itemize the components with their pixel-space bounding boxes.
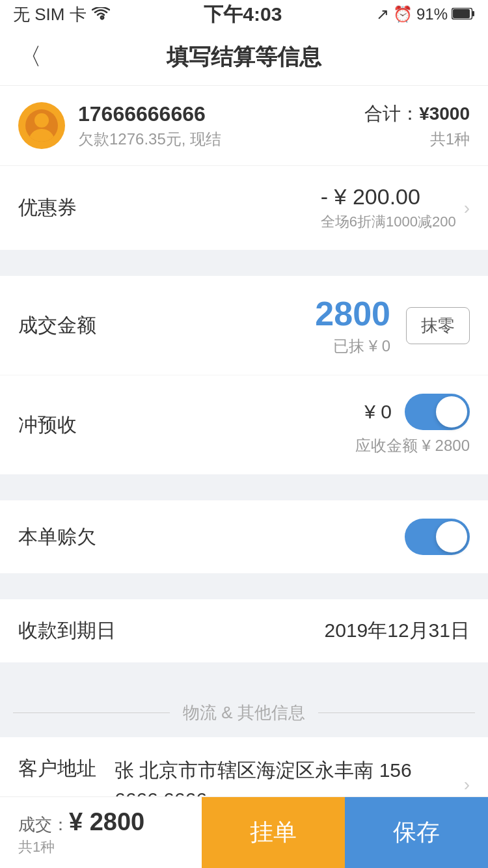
- status-time: 下午4:03: [204, 1, 282, 28]
- svg-rect-1: [472, 11, 474, 16]
- deal-amount-right: 2800 已抹 ¥ 0 抹零: [315, 294, 470, 357]
- total-count: 共1种: [364, 129, 470, 150]
- content: 17666666666 欠款1276.35元, 现结 合计：¥3000 共1种 …: [0, 86, 488, 868]
- separator-3: [0, 586, 488, 599]
- deal-amount-row: 成交金额 2800 已抹 ¥ 0 抹零: [0, 276, 488, 375]
- battery-icon: [452, 5, 475, 23]
- deal-amount-sub: 已抹 ¥ 0: [315, 336, 390, 357]
- bottom-count: 共1种: [18, 837, 183, 857]
- coupon-label: 优惠券: [18, 195, 77, 221]
- prepay-amount: ¥ 0: [364, 401, 392, 423]
- bottom-info: 成交：¥ 2800 共1种: [0, 808, 202, 857]
- prepay-row-inner: ¥ 0: [364, 394, 470, 430]
- logistics-divider: 物流 & 其他信息: [0, 688, 488, 737]
- prepay-row: 冲预收 ¥ 0 应收金额 ¥ 2800: [0, 375, 488, 474]
- separator-1: [0, 263, 488, 276]
- coupon-right: - ¥ 200.00 全场6折满1000减200 ›: [321, 184, 470, 232]
- no-sim-label: 无 SIM 卡: [13, 3, 87, 26]
- wifi-icon: [92, 5, 110, 25]
- bottom-deal-label: 成交：: [18, 815, 69, 834]
- status-bar: 无 SIM 卡 下午4:03 ↗ ⏰ 91%: [0, 0, 488, 29]
- customer-right: 合计：¥3000 共1种: [364, 102, 470, 150]
- avatar: [18, 102, 65, 149]
- back-button[interactable]: 〈: [18, 41, 42, 73]
- separator-2: [0, 487, 488, 500]
- separator-4: [0, 675, 488, 688]
- bottom-amount: ¥ 2800: [69, 808, 144, 835]
- customer-row: 17666666666 欠款1276.35元, 现结 合计：¥3000 共1种: [0, 86, 488, 165]
- total-value: ¥3000: [419, 103, 470, 124]
- deal-amount-card: 成交金额 2800 已抹 ¥ 0 抹零 冲预收 ¥ 0 应收金额 ¥ 2800: [0, 276, 488, 474]
- debt-toggle-knob: [436, 521, 467, 552]
- debt-label: 本单赊欠: [18, 524, 96, 550]
- customer-phone: 17666666666: [78, 102, 221, 126]
- location-icon: ↗: [376, 5, 389, 23]
- logistics-text: 物流 & 其他信息: [183, 701, 305, 724]
- logistics-line-left: [13, 712, 170, 713]
- deal-amount-label: 成交金额: [18, 312, 96, 339]
- bottom-deal-row: 成交：¥ 2800: [18, 808, 183, 836]
- due-date-card: 收款到期日 2019年12月31日: [0, 599, 488, 662]
- nav-bar: 〈 填写结算等信息: [0, 29, 488, 86]
- customer-card: 17666666666 欠款1276.35元, 现结 合计：¥3000 共1种 …: [0, 86, 488, 250]
- svg-rect-2: [453, 9, 470, 18]
- toggle-knob: [436, 396, 467, 427]
- customer-left: 17666666666 欠款1276.35元, 现结: [18, 102, 221, 150]
- round-zero-button[interactable]: 抹零: [406, 307, 470, 344]
- total-label: 合计：: [364, 103, 419, 124]
- prepay-sub: 应收金额 ¥ 2800: [355, 435, 470, 456]
- coupon-chevron-icon: ›: [464, 198, 470, 219]
- hang-button[interactable]: 挂单: [202, 797, 345, 869]
- customer-debt: 欠款1276.35元, 现结: [78, 129, 221, 150]
- prepay-toggle[interactable]: [405, 394, 470, 430]
- deal-amount-number: 2800: [315, 294, 390, 333]
- coupon-amount: - ¥ 200.00: [321, 184, 456, 210]
- due-date-value: 2019年12月31日: [325, 617, 470, 644]
- address-chevron-icon: ›: [464, 774, 470, 795]
- prepay-right: ¥ 0 应收金额 ¥ 2800: [355, 394, 470, 456]
- logistics-line-right: [318, 712, 475, 713]
- customer-info: 17666666666 欠款1276.35元, 现结: [78, 102, 221, 150]
- bottom-bar: 成交：¥ 2800 共1种 挂单 保存: [0, 796, 488, 868]
- save-button[interactable]: 保存: [345, 797, 488, 869]
- prepay-label: 冲预收: [18, 412, 77, 439]
- deal-amount-val: 2800 已抹 ¥ 0: [315, 294, 390, 357]
- address-label: 客户地址: [18, 755, 96, 782]
- avatar-icon: [25, 109, 58, 142]
- status-left: 无 SIM 卡: [13, 3, 110, 26]
- debt-row: 本单赊欠: [0, 500, 488, 573]
- debt-card: 本单赊欠: [0, 500, 488, 573]
- debt-toggle[interactable]: [405, 519, 470, 555]
- alarm-icon: ⏰: [393, 5, 413, 23]
- due-date-row: 收款到期日 2019年12月31日: [0, 599, 488, 662]
- status-right: ↗ ⏰ 91%: [376, 5, 475, 23]
- page-title: 填写结算等信息: [167, 42, 321, 72]
- coupon-row[interactable]: 优惠券 - ¥ 200.00 全场6折满1000减200 ›: [0, 165, 488, 250]
- due-date-label: 收款到期日: [18, 617, 116, 644]
- total-label-value: 合计：¥3000: [364, 102, 470, 126]
- coupon-desc: 全场6折满1000减200: [321, 212, 456, 232]
- battery-label: 91%: [416, 5, 448, 23]
